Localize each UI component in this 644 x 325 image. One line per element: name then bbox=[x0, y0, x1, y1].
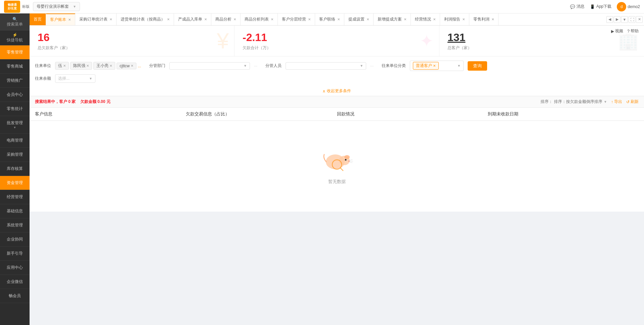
sidebar-item-system[interactable]: 系统管理 bbox=[0, 218, 30, 232]
stat-icon-yen: ¥ bbox=[217, 29, 229, 53]
total-customers-value: 131 bbox=[447, 31, 636, 44]
tab-product-analysis[interactable]: 商品分析 ✕ bbox=[211, 13, 241, 26]
stats-bar: ▶ 视频 ? 帮助 ¥ 16 总欠款客户（家） ✦ bbox=[30, 26, 644, 57]
sidebar-item-member[interactable]: 会员中心 bbox=[0, 88, 30, 102]
sidebar-search[interactable]: 🔍 搜索菜单 bbox=[0, 13, 30, 31]
content-area: 首页 客户账本 ✕ 采购订单统计表 ✕ 进货单统计表（按商品） ✕ 产成品入库单… bbox=[30, 13, 644, 325]
table-header-customer: 客户信息 bbox=[35, 111, 186, 117]
wholesale-expand-icon: ▼ bbox=[13, 126, 16, 129]
tab-close-retail-profit[interactable]: ✕ bbox=[491, 17, 494, 21]
tab-purchase-order[interactable]: 采购订单统计表 ✕ bbox=[75, 13, 117, 26]
tab-product-analysis-list[interactable]: 商品分析列表 ✕ bbox=[241, 13, 278, 26]
tab-close-profit-report[interactable]: ✕ bbox=[462, 17, 465, 21]
tab-customer-account[interactable]: 客户账本 ✕ bbox=[46, 13, 75, 26]
table-header-credit: 欠款交易信息（占比） bbox=[186, 111, 337, 117]
unit-tag-3[interactable]: 王小亮 ✕ bbox=[93, 62, 115, 70]
tab-next-button[interactable]: ▶ bbox=[614, 16, 620, 23]
tab-menu-button[interactable]: ▼ bbox=[621, 16, 628, 23]
unit-filter-more[interactable]: ... bbox=[138, 64, 141, 68]
export-button[interactable]: ↑ 导出 bbox=[611, 99, 622, 105]
sidebar-item-newbie[interactable]: 新手引导 bbox=[0, 247, 30, 261]
sidebar-item-marketing[interactable]: 营销推广 bbox=[0, 74, 30, 88]
app-download-button[interactable]: 📱 App下载 bbox=[590, 4, 611, 9]
person-filter-more-dots[interactable]: ··· bbox=[370, 64, 374, 68]
sidebar-quick-nav[interactable]: ⚡ 快捷导航 bbox=[0, 31, 30, 45]
category-tag-1[interactable]: 普通客户 ✕ bbox=[413, 62, 439, 70]
app-download-icon: 📱 bbox=[590, 4, 595, 9]
dept-filter-select[interactable]: ▼ bbox=[169, 62, 250, 70]
sidebar-item-inventory[interactable]: 库存核算 bbox=[0, 162, 30, 176]
sidebar-item-retail[interactable]: 零售管理 bbox=[0, 45, 30, 60]
tab-raise-settings[interactable]: 提成设置 ✕ bbox=[344, 13, 374, 26]
sidebar-item-vip[interactable]: 畅会员 bbox=[0, 289, 30, 303]
unit-tag-1[interactable]: 伍 ✕ bbox=[55, 62, 69, 70]
help-links: ▶ 视频 ? 帮助 bbox=[611, 28, 639, 34]
video-help-button[interactable]: ▶ 视频 bbox=[611, 28, 623, 34]
sidebar-item-basic-info[interactable]: 基础信息 bbox=[0, 204, 30, 218]
tab-close-purchase-order[interactable]: ✕ bbox=[110, 17, 112, 21]
tab-prev-button[interactable]: ◀ bbox=[606, 16, 613, 23]
tab-customer-contact[interactable]: 客户联络 ✕ bbox=[315, 13, 344, 26]
unit-tag-1-remove[interactable]: ✕ bbox=[63, 64, 66, 68]
tab-product-instock[interactable]: 产成品入库单 ✕ bbox=[174, 13, 211, 26]
sidebar-item-enterprise[interactable]: 企业协同 bbox=[0, 232, 30, 247]
category-filter-label: 往来单位分类 bbox=[382, 63, 406, 69]
tab-new-plan[interactable]: 新增提成方案 ✕ bbox=[374, 13, 411, 26]
dept-filter-more-dots[interactable]: ··· bbox=[254, 64, 257, 68]
unit-tag-2[interactable]: 陈民强 ✕ bbox=[70, 62, 92, 70]
workspace-selector[interactable]: 母婴行业演示帐套 ▼ bbox=[33, 2, 80, 11]
tab-close-all-button[interactable]: ✕ bbox=[636, 16, 643, 23]
sidebar-item-retail-mall[interactable]: 零售商城 bbox=[0, 60, 30, 74]
balance-filter-select[interactable]: 选择... ▼ bbox=[55, 74, 95, 83]
tab-close-instock-stat[interactable]: ✕ bbox=[167, 17, 170, 21]
unit-tag-2-remove[interactable]: ✕ bbox=[86, 64, 89, 68]
tab-operation[interactable]: 经营情况 ✕ bbox=[411, 13, 440, 26]
brand-section: 畅捷通好生意 标版 bbox=[4, 1, 30, 13]
person-filter-select[interactable]: ▼ bbox=[286, 62, 366, 70]
tab-close-customer-contact[interactable]: ✕ bbox=[337, 17, 340, 21]
top-bar-right: 💬 消息 📱 App下载 d demo2 bbox=[570, 2, 640, 11]
unit-tag-3-remove[interactable]: ✕ bbox=[110, 64, 112, 68]
category-tag-remove[interactable]: ✕ bbox=[433, 64, 436, 68]
tab-close-product-analysis-list[interactable]: ✕ bbox=[271, 17, 273, 21]
tab-close-product-analysis[interactable]: ✕ bbox=[233, 17, 236, 21]
total-customers-label: 总客户（家） bbox=[447, 45, 636, 51]
help-button[interactable]: ? 帮助 bbox=[627, 28, 639, 34]
sidebar-item-finance[interactable]: 资金管理 bbox=[0, 176, 30, 190]
sidebar-item-wholesale[interactable]: 批发管理 ▼ bbox=[0, 116, 30, 134]
tab-close-customer-account[interactable]: ✕ bbox=[68, 18, 71, 22]
tab-instock-stat[interactable]: 进货单统计表（按商品） ✕ bbox=[117, 13, 174, 26]
sidebar-item-operation-mgmt[interactable]: 经营管理 bbox=[0, 190, 30, 204]
sidebar-item-purchase[interactable]: 采购管理 bbox=[0, 148, 30, 162]
balance-placeholder: 选择... bbox=[58, 76, 70, 81]
tab-close-raise-settings[interactable]: ✕ bbox=[367, 17, 369, 21]
tab-customer-tier[interactable]: 客户分层经营 ✕ bbox=[278, 13, 315, 26]
tab-close-customer-tier[interactable]: ✕ bbox=[308, 17, 311, 21]
unit-tag-4[interactable]: cjttcw ✕ bbox=[117, 63, 136, 69]
results-debit-prefix: 欠款金额 bbox=[80, 99, 96, 104]
empty-icon bbox=[320, 148, 354, 175]
category-filter-select[interactable]: 普通客户 ✕ ▼ bbox=[410, 61, 464, 71]
message-icon: 💬 bbox=[570, 4, 575, 9]
sidebar-item-enterprise-wechat[interactable]: 企业微信 bbox=[0, 275, 30, 289]
debit-customers-value: 16 bbox=[38, 31, 226, 44]
tab-maximize-button[interactable]: ⛶ bbox=[629, 16, 635, 23]
sidebar-item-apps[interactable]: 应用中心 bbox=[0, 261, 30, 275]
category-dropdown-icon: ▼ bbox=[457, 64, 461, 68]
sort-value: 排序：按欠款金额倒序排序 bbox=[554, 99, 602, 105]
sort-select[interactable]: 排序： 排序：按欠款金额倒序排序 ▼ bbox=[541, 99, 607, 105]
tab-close-new-plan[interactable]: ✕ bbox=[404, 17, 406, 21]
unit-tag-4-remove[interactable]: ✕ bbox=[131, 64, 133, 68]
tab-home[interactable]: 首页 bbox=[30, 13, 46, 26]
query-button[interactable]: 查询 bbox=[468, 61, 487, 71]
tab-retail-profit[interactable]: 零售利润 ✕ bbox=[469, 13, 499, 26]
tab-close-operation[interactable]: ✕ bbox=[433, 17, 436, 21]
tab-close-product-instock[interactable]: ✕ bbox=[204, 17, 207, 21]
tab-profit-report[interactable]: 利润报告 ✕ bbox=[440, 13, 469, 26]
sidebar-item-ecommerce[interactable]: 电商管理 bbox=[0, 134, 30, 148]
message-button[interactable]: 💬 消息 bbox=[570, 4, 585, 9]
filter-collapse-button[interactable]: ∧ 收起更多条件 bbox=[35, 86, 639, 96]
user-profile-button[interactable]: d demo2 bbox=[617, 2, 640, 11]
refresh-button[interactable]: ↺ 刷新 bbox=[626, 99, 639, 105]
sidebar-item-retail-stat[interactable]: 零售统计 bbox=[0, 102, 30, 116]
